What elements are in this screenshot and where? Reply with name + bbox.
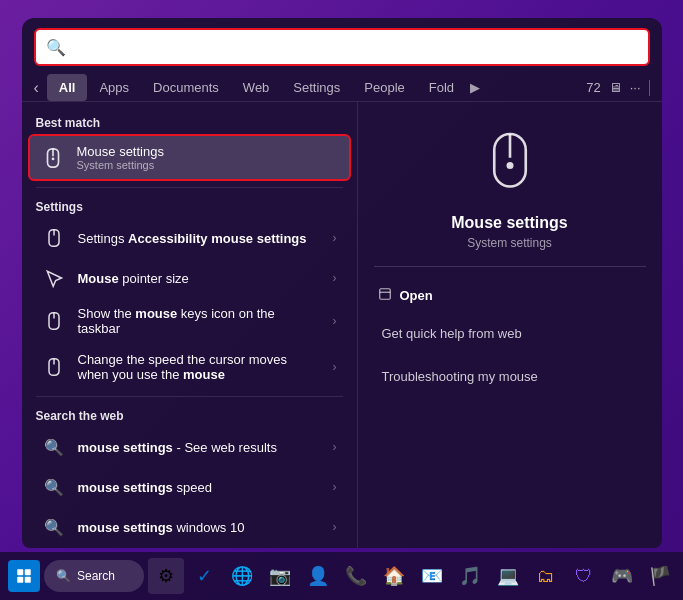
svg-rect-12 [379,289,390,300]
web-item-2-text: mouse settings speed [78,480,321,495]
svg-rect-14 [25,569,31,575]
tab-people[interactable]: People [352,74,416,101]
taskbar-folder-icon[interactable]: 🗂 [528,558,564,594]
svg-rect-13 [17,569,23,575]
mouse-keys-item[interactable]: Show the mouse keys icon on the taskbar … [28,298,351,344]
troubleshoot-action[interactable]: Troubleshooting my mouse [374,355,646,398]
divider-1 [36,187,343,188]
pointer-size-title: Mouse pointer size [78,271,321,286]
troubleshoot-link[interactable]: Troubleshooting my mouse [378,363,642,390]
taskbar-check-icon[interactable]: ✓ [186,558,222,594]
search-web-label: Search the web [22,403,357,427]
web-item-1-title: mouse settings - See web results [78,440,321,455]
taskbar-icons: ⚙ ✓ 🌐 📷 👤 📞 🏠 📧 🎵 💻 🗂 🛡 🎮 🏴 🌐 [148,558,683,594]
play-icon: ▶ [470,80,480,95]
best-match-label: Best match [22,110,357,134]
main-content: Best match Mouse settings System setting… [22,102,662,548]
search-window: 🔍 mouse settings ‹ All Apps Documents We… [22,18,662,548]
preview-subtitle: System settings [467,236,552,250]
accessibility-item[interactable]: Settings Accessibility mouse settings › [28,218,351,258]
best-match-text: Mouse settings System settings [77,144,335,171]
tab-all[interactable]: All [47,74,88,101]
quick-help-action[interactable]: Get quick help from web [374,312,646,355]
pointer-size-item[interactable]: Mouse pointer size › [28,258,351,298]
taskbar-mail-icon[interactable]: 📧 [414,558,450,594]
svg-point-11 [506,162,513,169]
web-item-1-arrow: › [333,440,337,454]
mouse-keys-arrow: › [333,314,337,328]
tab-fold[interactable]: Fold [417,74,466,101]
web-item-3-arrow: › [333,520,337,534]
cursor-speed-title: Change the speed the cursor moves when y… [78,352,321,382]
mouse-settings-icon [41,146,65,170]
taskbar-camera-icon[interactable]: 📷 [262,558,298,594]
taskbar-game-icon[interactable]: 🎮 [604,558,640,594]
taskbar: 🔍 Search ⚙ ✓ 🌐 📷 👤 📞 🏠 📧 🎵 💻 🗂 🛡 🎮 🏴 🌐 🕐 [0,552,683,600]
taskbar-settings-icon[interactable]: ⚙ [148,558,184,594]
taskbar-music-icon[interactable]: 🎵 [452,558,488,594]
quick-help-link[interactable]: Get quick help from web [378,320,642,347]
taskbar-search-icon: 🔍 [56,569,71,583]
mouse-keys-icon [42,309,66,333]
left-panel: Best match Mouse settings System setting… [22,102,357,548]
accessibility-title: Settings Accessibility mouse settings [78,231,321,246]
taskbar-home-icon[interactable]: 🏠 [376,558,412,594]
divider-2 [36,396,343,397]
web-item-2-arrow: › [333,480,337,494]
web-item-2-title: mouse settings speed [78,480,321,495]
taskbar-people-icon[interactable]: 👤 [300,558,336,594]
accessibility-icon [42,226,66,250]
tab-documents[interactable]: Documents [141,74,231,101]
svg-point-2 [51,157,54,160]
wifi-icon: 🖥 [609,80,622,95]
tab-apps[interactable]: Apps [87,74,141,101]
tab-settings[interactable]: Settings [281,74,352,101]
right-panel: Mouse settings System settings Open Get … [357,102,662,548]
search-bar-icon: 🔍 [46,38,66,57]
web-search-icon-3: 🔍 [42,515,66,539]
best-match-title: Mouse settings [77,144,335,159]
taskbar-flag-icon[interactable]: 🏴 [642,558,678,594]
web-item-3-title: mouse settings windows 10 [78,520,321,535]
mouse-keys-title: Show the mouse keys icon on the taskbar [78,306,321,336]
search-input[interactable]: mouse settings [74,39,638,56]
open-action[interactable]: Open [374,279,646,312]
result-count: 72 [586,80,600,95]
web-item-3-text: mouse settings windows 10 [78,520,321,535]
search-bar: 🔍 mouse settings [34,28,650,66]
accessibility-text: Settings Accessibility mouse settings [78,231,321,246]
web-item-1[interactable]: 🔍 mouse settings - See web results › [28,427,351,467]
separator [649,80,650,96]
taskbar-search[interactable]: 🔍 Search [44,560,144,592]
taskbar-chrome-icon[interactable]: 🌐 [224,558,260,594]
back-button[interactable]: ‹ [34,75,47,101]
web-item-2[interactable]: 🔍 mouse settings speed › [28,467,351,507]
preview-divider [374,266,646,267]
taskbar-phone-icon[interactable]: 📞 [338,558,374,594]
web-item-4[interactable]: 🔍 mouse settings panel › [28,547,351,548]
svg-rect-16 [25,577,31,583]
accessibility-arrow: › [333,231,337,245]
preview-icon [470,122,550,202]
settings-section-label: Settings [22,194,357,218]
open-icon [378,287,392,304]
taskbar-computer-icon[interactable]: 💻 [490,558,526,594]
more-icon[interactable]: ··· [630,80,641,95]
best-match-item[interactable]: Mouse settings System settings [28,134,351,181]
pointer-size-text: Mouse pointer size [78,271,321,286]
search-bar-container: 🔍 mouse settings [22,18,662,74]
taskbar-search-label: Search [77,569,115,583]
filter-tabs: ‹ All Apps Documents Web Settings People… [22,74,662,102]
web-item-3[interactable]: 🔍 mouse settings windows 10 › [28,507,351,547]
cursor-speed-text: Change the speed the cursor moves when y… [78,352,321,382]
mouse-keys-text: Show the mouse keys icon on the taskbar [78,306,321,336]
cursor-speed-item[interactable]: Change the speed the cursor moves when y… [28,344,351,390]
web-search-icon-1: 🔍 [42,435,66,459]
svg-rect-15 [17,577,23,583]
pointer-size-arrow: › [333,271,337,285]
taskbar-shield-icon[interactable]: 🛡 [566,558,602,594]
tab-web[interactable]: Web [231,74,282,101]
start-button[interactable] [8,560,40,592]
cursor-speed-arrow: › [333,360,337,374]
best-match-subtitle: System settings [77,159,335,171]
